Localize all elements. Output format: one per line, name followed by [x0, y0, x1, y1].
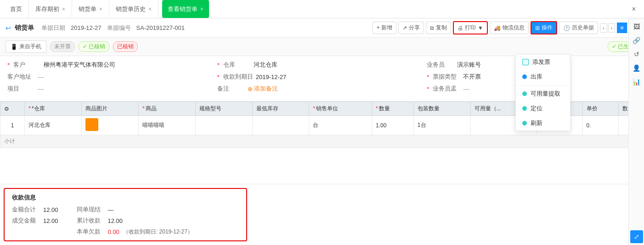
main-content: ↩ 销货单 单据日期 2019-12-27 单据编号 SA-20191227-0…	[0, 18, 644, 245]
col-warehouse: **仓库	[25, 102, 82, 116]
tab-bar: 首页 库存期初 × 销货单 × 销货单历史 × 查看销货单 × ×	[0, 0, 644, 18]
user-icon-btn[interactable]: 👤	[630, 62, 643, 74]
share-icon: ↗	[402, 25, 407, 31]
bottom-section: 收款信息 金额合计 12.00 成交金额 12.00	[0, 184, 644, 245]
tab-close-view-sales[interactable]: ×	[200, 6, 203, 12]
print-dropdown-icon: ▼	[478, 25, 483, 31]
print-button[interactable]: 🖨 打印 ▼	[453, 21, 488, 34]
row-spec	[195, 116, 252, 135]
next-button[interactable]: ›	[608, 23, 616, 33]
doc-title: 销货单	[15, 24, 34, 32]
deal-amount-value: 12.00	[43, 217, 58, 224]
payment-col-left: 金额合计 12.00 成交金额 12.00	[12, 205, 58, 236]
new-button[interactable]: + 新增	[373, 22, 396, 34]
toolbar-right: + 新增 ↗ 分享 ⧉ 复制 🖨 打印 ▼ 🚚 物流信息	[373, 21, 638, 34]
gear-icon: ⚙	[4, 106, 9, 112]
operation-button[interactable]: ⊞ 操作	[531, 21, 557, 34]
cumulative-collect-value: 12.00	[108, 217, 123, 224]
from-phone-button[interactable]: 📱 来自手机	[6, 40, 46, 53]
phone-icon: 📱	[11, 44, 17, 50]
action-bar: 📱 来自手机 未开票 ✓ 已核销 已核销 ✓ 已生效	[0, 38, 644, 56]
copy-button[interactable]: ⧉ 复制	[426, 22, 451, 34]
dropdown-outbound[interactable]: 出库	[516, 69, 570, 84]
operation-icon: ⊞	[535, 25, 540, 31]
doc-meta: 单据日期 2019-12-27 单据编号 SA-20191227-001	[41, 24, 185, 32]
tab-close-sales[interactable]: ×	[99, 6, 102, 12]
staff-value: 演示账号	[457, 61, 481, 69]
col-pack-qty: 包装数量	[413, 102, 470, 116]
note-field: 备注 ⊕ 添加备注	[217, 85, 427, 93]
col-spec: 规格型号	[195, 102, 252, 116]
tab-inventory-init[interactable]: 库存期初 ×	[29, 0, 72, 18]
refresh-dot-icon	[522, 121, 527, 125]
row-min-stock	[252, 116, 309, 135]
tab-sales-order[interactable]: 销货单 ×	[72, 0, 109, 18]
locate-dot-icon	[522, 106, 527, 111]
tab-view-sales[interactable]: 查看销货单 ×	[162, 0, 209, 18]
due-date-note: （收款到期日: 2019-12-27）	[123, 228, 193, 236]
project-value: —	[38, 85, 44, 92]
window-close-button[interactable]: ×	[627, 3, 640, 16]
col-sales-unit: *销售单位	[309, 102, 372, 116]
dropdown-refresh[interactable]: 刷新	[516, 116, 570, 131]
image-icon-btn[interactable]: 🖼	[630, 20, 643, 33]
deal-amount-row: 成交金额 12.00	[12, 217, 58, 225]
share-button[interactable]: ↗ 分享	[398, 22, 424, 34]
quantity-extract-dot-icon	[522, 91, 527, 96]
current-due-value: 0.00	[108, 228, 119, 235]
due-date-value: 2019-12-27	[256, 74, 287, 80]
right-sidebar: 🖼 🔗 ↺ 👤 📊 ⤢	[628, 18, 644, 245]
logistics-icon: 🚚	[494, 25, 501, 31]
dropdown-menu: 添发票 出库 可用量提取 定位 刷新	[515, 54, 571, 131]
ticket-type-value: 不开票	[463, 73, 481, 81]
staff2-value: —	[463, 85, 469, 92]
not-open-badge: 未开票	[50, 41, 75, 52]
col-gear: ⚙	[0, 102, 25, 116]
project-field: 项目 —	[7, 85, 217, 93]
link-icon-btn[interactable]: 🔗	[630, 34, 643, 47]
dropdown-locate[interactable]: 定位	[516, 101, 570, 116]
customer-value: 柳州粤港平安气体有限公司	[44, 61, 115, 69]
subtotal-row: 小计	[0, 135, 644, 148]
dropdown-divider	[516, 85, 570, 85]
prev-button[interactable]: ‹	[600, 23, 607, 33]
print-icon: 🖨	[458, 25, 463, 31]
warehouse-value: 河北仓库	[254, 61, 277, 69]
logistics-button[interactable]: 🚚 物流信息	[490, 22, 529, 34]
same-order-settle-row: 同单现结 —	[77, 205, 193, 214]
col-product: *商品	[139, 102, 196, 116]
row-product: 嘻嘻嘻嘻	[139, 116, 196, 135]
address-value: —	[38, 74, 44, 80]
refresh-icon-btn[interactable]: ↺	[630, 48, 643, 61]
invoice-checkbox-icon	[522, 59, 529, 65]
tab-home[interactable]: 首页	[4, 0, 29, 18]
payment-title: 收款信息	[12, 194, 239, 202]
dropdown-add-invoice[interactable]: 添发票	[516, 55, 570, 69]
doc-title-area: ↩ 销货单	[6, 24, 34, 32]
row-sales-unit: 台	[309, 116, 372, 135]
list-view-btn[interactable]: ≡	[617, 23, 627, 33]
tab-sales-history[interactable]: 销货单历史 ×	[109, 0, 158, 18]
sold-badge: 已核销	[113, 41, 138, 52]
due-date-field: * 收款到期日 2019-12-27	[217, 73, 427, 81]
history-button[interactable]: 🕐 历史单据	[559, 22, 598, 34]
dropdown-quantity-extract[interactable]: 可用量提取	[516, 86, 570, 101]
expand-icon-btn[interactable]: ⤢	[630, 230, 643, 243]
document-header: ↩ 销货单 单据日期 2019-12-27 单据编号 SA-20191227-0…	[0, 18, 644, 38]
same-order-settle-value: —	[108, 206, 114, 213]
payment-info: 收款信息 金额合计 12.00 成交金额 12.00	[4, 188, 247, 241]
address-field: 客户地址 —	[7, 73, 217, 81]
col-min-stock: 最低库存	[252, 102, 309, 116]
cumulative-collect-row: 累计收款 12.00	[77, 217, 193, 225]
tab-close-history[interactable]: ×	[148, 6, 152, 12]
plus-icon: ⊕	[248, 85, 253, 92]
col-unit-price: 单价	[582, 102, 618, 116]
add-note-button[interactable]: ⊕ 添加备注	[248, 85, 278, 93]
row-warehouse: 河北仓库	[25, 116, 82, 135]
row-unit-price: 0.	[582, 116, 618, 135]
tab-close-inventory[interactable]: ×	[62, 6, 65, 12]
col-product-img: 商品图片	[82, 102, 139, 116]
row-product-img	[82, 116, 139, 135]
doc-icon: ↩	[6, 24, 11, 32]
data-icon-btn[interactable]: 📊	[630, 75, 643, 88]
